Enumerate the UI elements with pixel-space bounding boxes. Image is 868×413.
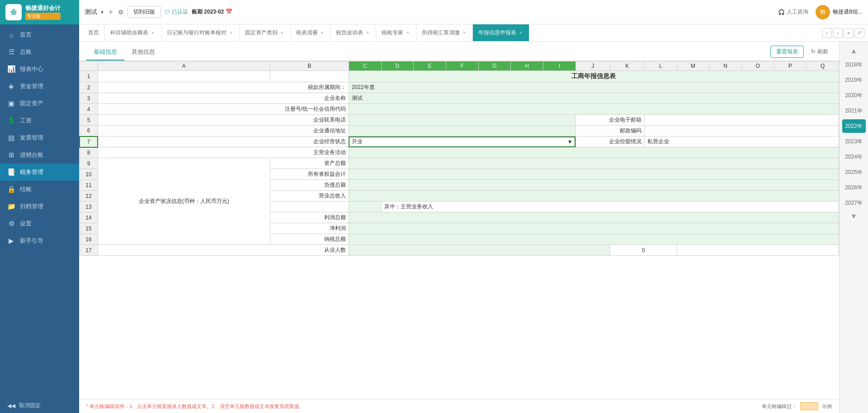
cell-5-email[interactable] — [644, 115, 839, 126]
col-header-p[interactable]: P — [774, 61, 807, 71]
tab-income-tax-close[interactable]: × — [462, 30, 467, 36]
cell-7-control-value[interactable]: 私营企业 — [644, 136, 839, 147]
cell-17-empty[interactable] — [349, 245, 610, 256]
year-2019[interactable]: 2019年 — [842, 73, 866, 87]
sidebar-item-invoice[interactable]: ▤ 发票管理 — [0, 129, 79, 146]
cell-5-phone[interactable] — [349, 115, 576, 126]
col-header-l[interactable]: L — [644, 61, 677, 71]
col-header-e[interactable]: E — [414, 61, 446, 71]
cell-2-value[interactable]: 2022年度 — [349, 82, 839, 93]
col-header-n[interactable]: N — [709, 61, 742, 71]
col-header-h[interactable]: H — [511, 61, 543, 71]
year-2025[interactable]: 2025年 — [842, 165, 866, 179]
topbar-settings-icon[interactable]: ⚙ — [118, 9, 124, 16]
user-menu[interactable]: 畅 畅捷通B组... — [816, 5, 863, 19]
sidebar-item-ledger[interactable]: ☰ 总账 — [0, 43, 79, 61]
sidebar-item-inout[interactable]: ⊞ 进销台账 — [0, 146, 79, 164]
cell-6-postcode[interactable] — [644, 126, 839, 136]
cell-11-value[interactable] — [349, 180, 839, 191]
col-header-b[interactable]: B — [270, 61, 349, 71]
year-2022[interactable]: 2022年 — [842, 119, 866, 133]
tab-close-all[interactable]: × — [844, 28, 854, 38]
sidebar-item-settings[interactable]: ⚙ 设置 — [0, 215, 79, 232]
sidebar-item-fixed[interactable]: ▣ 固定资产 — [0, 95, 79, 112]
tab-tax-wave-close[interactable]: × — [365, 30, 370, 36]
cell-16-value[interactable] — [349, 234, 839, 245]
col-header-f[interactable]: F — [446, 61, 478, 71]
col-header-m[interactable]: M — [677, 61, 709, 71]
cell-1-title[interactable]: 工商年报信息表 — [349, 71, 839, 82]
tab-journal[interactable]: 日记账与银行对账单核对 × — [161, 24, 240, 42]
sidebar-nav: ⌂ 首页 ☰ 总账 📊 报表中心 ◈ 资金管理 ▣ 固定资产 💲 工资 ▤ 发票… — [0, 24, 79, 398]
sidebar-item-salary[interactable]: 💲 工资 — [0, 112, 79, 129]
cell-10-value[interactable] — [349, 169, 839, 180]
sidebar-item-home[interactable]: ⌂ 首页 — [0, 26, 79, 43]
col-header-i[interactable]: I — [543, 61, 576, 71]
tab-nav-next[interactable]: › — [833, 28, 843, 38]
cell-7-status[interactable]: 开业 ▼ — [349, 136, 576, 147]
year-nav-up-button[interactable]: ▲ — [843, 45, 865, 57]
col-header-o[interactable]: O — [741, 61, 774, 71]
topbar-add-button[interactable]: ＋ — [107, 7, 114, 17]
col-header-d[interactable]: D — [381, 61, 414, 71]
spreadsheet-container[interactable]: A B C D E F G H I J K L M — [79, 61, 839, 399]
col-header-q[interactable]: Q — [807, 61, 839, 71]
topbar-dropdown-arrow[interactable]: ▾ — [101, 9, 104, 15]
cell-4-value[interactable] — [349, 104, 839, 115]
tab-tax-wave[interactable]: 税负波动表 × — [330, 24, 376, 42]
cell-6-address[interactable] — [349, 126, 576, 136]
tab-fixed-asset[interactable]: 固定资产类别 × — [240, 24, 291, 42]
year-2021[interactable]: 2021年 — [842, 104, 866, 117]
subtab-other[interactable]: 其他信息 — [124, 45, 162, 61]
cell-8-value[interactable] — [349, 147, 839, 158]
cell-9-value[interactable] — [349, 158, 839, 169]
tab-auxiliary-close[interactable]: × — [150, 30, 156, 36]
sidebar-item-closing[interactable]: 🔒 结账 — [0, 181, 79, 198]
year-2027[interactable]: 2027年 — [842, 196, 866, 210]
cell-17-value[interactable]: 0 — [610, 245, 677, 256]
year-2023[interactable]: 2023年 — [842, 135, 866, 148]
tab-income-tax[interactable]: 所得税汇算清缴 × — [416, 24, 473, 42]
sidebar-item-reports[interactable]: 📊 报表中心 — [0, 61, 79, 78]
col-header-g[interactable]: G — [478, 61, 511, 71]
col-header-j[interactable]: J — [576, 61, 610, 71]
tab-tax-expert[interactable]: 税检专家 × — [376, 24, 416, 42]
col-header-a[interactable]: A — [98, 61, 270, 71]
cell-12-value[interactable] — [349, 191, 839, 202]
col-header-k[interactable]: K — [610, 61, 644, 71]
tab-tax-expert-close[interactable]: × — [405, 30, 410, 36]
old-version-button[interactable]: 切到旧版 — [127, 6, 161, 18]
sidebar-item-tax[interactable]: 📑 税务管理 — [0, 164, 79, 181]
tab-tax-return-close[interactable]: × — [320, 30, 325, 36]
cell-3-value[interactable]: 测试 — [349, 93, 839, 104]
year-2020[interactable]: 2020年 — [842, 89, 866, 102]
sidebar-item-guide[interactable]: ▶ 新手引导 — [0, 232, 79, 249]
year-2018[interactable]: 2018年 — [842, 58, 866, 71]
tab-nav-prev[interactable]: ‹ — [822, 28, 832, 38]
cell-14-value[interactable] — [349, 212, 839, 223]
year-2026[interactable]: 2026年 — [842, 181, 866, 194]
tab-fixed-asset-close[interactable]: × — [279, 30, 285, 36]
sidebar-item-archive[interactable]: 📁 归档管理 — [0, 198, 79, 215]
cell-15-value[interactable] — [349, 223, 839, 234]
tab-expand[interactable]: ⤢ — [854, 28, 864, 38]
reset-button[interactable]: 重置报表 — [770, 46, 804, 58]
period-value: 2023-02 — [204, 9, 224, 15]
service-button[interactable]: 🎧 人工咨询 — [778, 8, 808, 16]
sidebar-item-label: 发票管理 — [20, 134, 43, 142]
sidebar-cancel-pin[interactable]: ◀◀ 取消固定 — [0, 398, 79, 413]
year-nav-down-button[interactable]: ▼ — [843, 211, 865, 222]
subtab-basic[interactable]: 基础信息 — [86, 45, 124, 61]
tab-journal-close[interactable]: × — [228, 30, 234, 36]
dropdown-arrow-icon[interactable]: ▼ — [567, 139, 573, 145]
col-header-c[interactable]: C — [349, 61, 381, 71]
sidebar-item-cash[interactable]: ◈ 资金管理 — [0, 78, 79, 95]
tab-annual-report[interactable]: 年报信息申报表 × — [473, 24, 529, 42]
tab-home[interactable]: 首页 — [83, 24, 105, 42]
year-2024[interactable]: 2024年 — [842, 150, 866, 164]
tab-annual-report-close[interactable]: × — [518, 30, 524, 36]
tab-tax-return[interactable]: 税表清册 × — [291, 24, 331, 42]
cell-13-sub[interactable]: 其中：主营业务收入 — [381, 202, 839, 212]
tab-auxiliary[interactable]: 科目辅助余额表 × — [105, 24, 161, 42]
refresh-button[interactable]: ↻ 刷新 — [807, 46, 832, 58]
